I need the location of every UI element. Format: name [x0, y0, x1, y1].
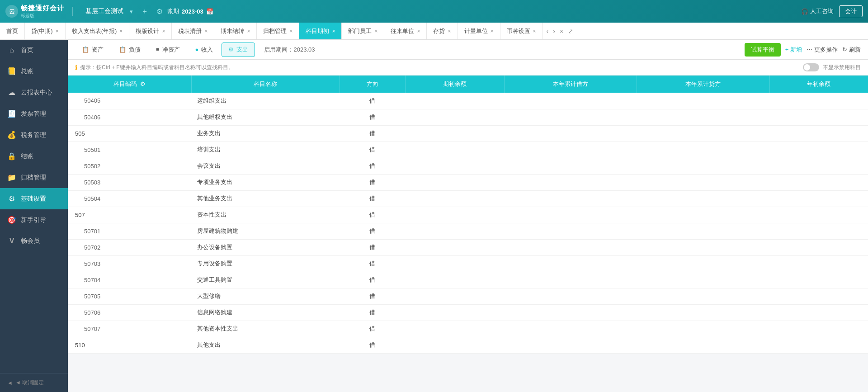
tab-prev-icon[interactable]: ‹ [545, 27, 551, 36]
table-row[interactable]: 50703专用设备购置借 [68, 255, 868, 272]
toggle-switch[interactable] [803, 63, 819, 71]
cell-direction: 借 [340, 223, 405, 239]
settings-gear-icon: ⚙ [7, 194, 16, 203]
sub-tab-asset[interactable]: 📋 资产 [75, 43, 110, 57]
table-row[interactable]: 50706信息网络购建借 [68, 304, 868, 321]
settings-icon[interactable]: ⚙ [156, 7, 163, 16]
sub-tab-income[interactable]: ● 收入 [189, 43, 220, 57]
tab-income-report-close[interactable]: × [119, 28, 123, 34]
cell-ytd-credit [637, 223, 769, 239]
tab-unit[interactable]: 往来单位 × [384, 23, 427, 39]
add-company-icon[interactable]: ＋ [141, 7, 148, 16]
cell-code: 50706 [68, 304, 192, 321]
tab-unit-close[interactable]: × [417, 28, 420, 34]
tab-template-close[interactable]: × [162, 28, 165, 34]
calendar-icon[interactable]: 📅 [206, 8, 213, 15]
calculate-button[interactable]: 试算平衡 [745, 43, 781, 57]
sidebar-item-invoice[interactable]: 🧾 发票管理 [0, 103, 68, 124]
tab-next-icon[interactable]: › [551, 27, 557, 36]
table-row[interactable]: 50502会议支出借 [68, 158, 868, 174]
tab-subject-period-label: 科目期初 [306, 27, 329, 35]
tab-currency-close[interactable]: × [533, 28, 536, 34]
tab-expand-icon[interactable]: ⤢ [566, 27, 575, 36]
table-row[interactable]: 505业务支出借 [68, 125, 868, 142]
cell-ytd-credit [637, 207, 769, 223]
dropdown-icon[interactable]: ▾ [130, 8, 133, 15]
content-area: 📋 资产 📋 负债 ≡ 净资产 ● 收入 ⚙ 支出 启用期间：2023.03 试… [68, 40, 868, 392]
sidebar-collapse-button[interactable]: ◄ ◄ 取消固定 [0, 373, 68, 392]
cell-year-opening [769, 158, 868, 174]
table-row[interactable]: 50702办公设备购置借 [68, 239, 868, 255]
tab-subject-period[interactable]: 科目期初 × [299, 23, 342, 39]
tab-department-close[interactable]: × [374, 28, 377, 34]
sidebar-item-cloud-report[interactable]: ☁ 云报表中心 [0, 82, 68, 103]
sub-tab-expenditure[interactable]: ⚙ 支出 [222, 43, 255, 57]
sub-tab-income-label: 收入 [201, 46, 213, 54]
table-row[interactable]: 50504其他业务支出借 [68, 190, 868, 207]
cell-year-opening [769, 337, 868, 353]
table-container[interactable]: 科目编码 ⚙ 科目名称 方向 期初余额 本年累计借方 本年累计贷方 年初余额 5… [68, 76, 868, 392]
cell-ytd-debit [505, 255, 637, 272]
tab-archive-close[interactable]: × [289, 28, 292, 34]
more-icon: ⋯ [807, 46, 812, 53]
refresh-button[interactable]: ↻ 刷新 [842, 46, 861, 54]
tab-measure[interactable]: 计量单位 × [458, 23, 500, 39]
cell-opening-balance [405, 125, 504, 142]
table-row[interactable]: 50704交通工具购置借 [68, 272, 868, 288]
more-button[interactable]: ⋯ 更多操作 [807, 46, 838, 54]
tab-intermediate[interactable]: 贷(中期) × [25, 23, 66, 39]
sidebar-item-guide[interactable]: 🎯 新手引导 [0, 209, 68, 231]
sidebar-item-tax[interactable]: 💰 税务管理 [0, 124, 68, 146]
tab-close-all-icon[interactable]: × [558, 27, 565, 36]
tab-subject-period-close[interactable]: × [332, 28, 335, 34]
tab-stock-close[interactable]: × [448, 28, 451, 34]
sidebar-item-archive[interactable]: 📁 归档管理 [0, 167, 68, 188]
table-row[interactable]: 50501培训支出借 [68, 142, 868, 158]
tab-intermediate-close[interactable]: × [56, 28, 59, 34]
tab-stock[interactable]: 存货 × [427, 23, 458, 39]
cell-name: 专项业务支出 [192, 174, 340, 190]
table-row[interactable]: 50503专项业务支出借 [68, 174, 868, 190]
add-button[interactable]: + 新增 [785, 46, 802, 54]
tab-bar: 首页 贷(中期) × 收入支出表(年报) × 模版设计 × 税表清册 × 期末结… [0, 23, 868, 40]
sidebar-item-settings[interactable]: ⚙ 基础设置 [0, 188, 68, 209]
sidebar-item-member[interactable]: V 畅会员 [0, 231, 68, 251]
table-row[interactable]: 50701房屋建筑物购建借 [68, 223, 868, 239]
tab-measure-close[interactable]: × [491, 28, 494, 34]
table-row[interactable]: 510其他支出借 [68, 337, 868, 353]
net-asset-icon: ≡ [156, 46, 160, 53]
tab-currency[interactable]: 币种设置 × [500, 23, 543, 39]
tab-template[interactable]: 模版设计 × [129, 23, 172, 39]
tab-income-report[interactable]: 收入支出表(年报) × [66, 23, 130, 39]
table-row[interactable]: 50405运维维支出借 [68, 93, 868, 109]
cell-year-opening [769, 223, 868, 239]
tab-period-end[interactable]: 期末结转 × [214, 23, 257, 39]
sub-tab-liability[interactable]: 📋 负债 [112, 43, 147, 57]
cell-direction: 借 [340, 239, 405, 255]
tab-home[interactable]: 首页 [0, 23, 25, 39]
tab-tax-close[interactable]: × [204, 28, 208, 34]
col-settings-icon[interactable]: ⚙ [140, 80, 146, 87]
col-direction: 方向 [340, 76, 405, 93]
kuaiji-button[interactable]: 会计 [839, 5, 863, 17]
table-row[interactable]: 50406其他维权支出借 [68, 109, 868, 125]
support-button[interactable]: 🎧 人工咨询 [801, 7, 834, 15]
table-row[interactable]: 50707其他资本性支出借 [68, 321, 868, 337]
sidebar-ledger-label: 总账 [21, 67, 33, 76]
sidebar-item-close-account[interactable]: 🔒 结账 [0, 146, 68, 167]
tab-archive[interactable]: 归档管理 × [257, 23, 299, 39]
cell-code: 50701 [68, 223, 192, 239]
cell-name: 办公设备购置 [192, 239, 340, 255]
sidebar-item-ledger[interactable]: 📒 总账 [0, 61, 68, 82]
cell-opening-balance [405, 337, 504, 353]
tab-department[interactable]: 部门员工 × [342, 23, 384, 39]
sidebar-item-home[interactable]: ⌂ 首页 [0, 40, 68, 61]
cell-ytd-credit [637, 174, 769, 190]
table-row[interactable]: 50705大型修缮借 [68, 288, 868, 304]
table-row[interactable]: 507资本性支出借 [68, 207, 868, 223]
sub-tab-net-asset[interactable]: ≡ 净资产 [149, 43, 187, 57]
tab-period-end-close[interactable]: × [247, 28, 250, 34]
tab-tax[interactable]: 税表清册 × [172, 23, 214, 39]
cell-opening-balance [405, 304, 504, 321]
main-layout: ⌂ 首页 📒 总账 ☁ 云报表中心 🧾 发票管理 💰 税务管理 🔒 结账 📁 归… [0, 40, 868, 392]
